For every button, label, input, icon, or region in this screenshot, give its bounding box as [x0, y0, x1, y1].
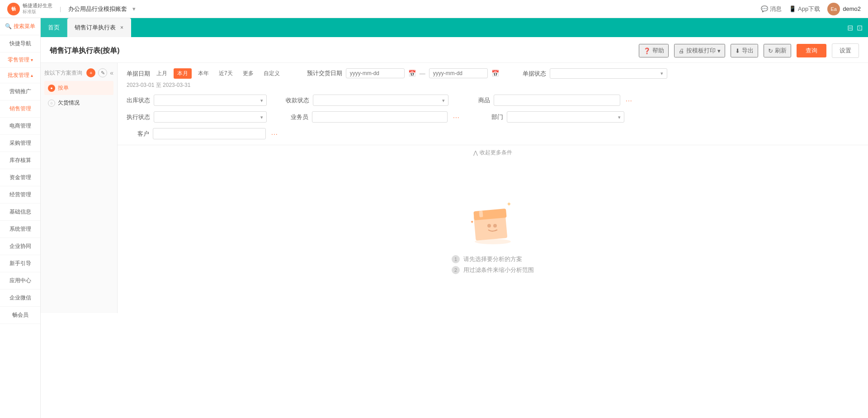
search-icon: 🔍	[5, 23, 12, 29]
message-btn[interactable]: 💬 消息	[761, 5, 782, 13]
empty-state: ✦ ✦	[118, 160, 868, 313]
step2-num: 2	[452, 266, 460, 274]
salesman-input[interactable]	[312, 111, 448, 123]
export-icon: ⬇	[735, 48, 740, 54]
date-dash: —	[420, 70, 425, 77]
sidebar-item-enterprise[interactable]: 企业协同	[0, 238, 40, 255]
print-icon: 🖨	[679, 48, 684, 54]
sidebar-item-vip[interactable]: 畅会员	[0, 307, 40, 324]
execute-select[interactable]	[154, 111, 267, 123]
chevron-up-icon: ▴	[31, 73, 33, 78]
collapse-icon: ⋀	[473, 150, 478, 156]
goods-more-btn[interactable]: ···	[624, 97, 634, 104]
last-month-btn[interactable]: 上月	[153, 68, 171, 79]
cur-year-btn[interactable]: 本年	[194, 68, 212, 79]
step2-text: 用过滤条件来缩小分析范围	[463, 266, 534, 274]
add-scheme-btn[interactable]: +	[86, 68, 95, 77]
sidebar-item-purchase[interactable]: 采购管理	[0, 135, 40, 152]
outstock-select[interactable]	[154, 95, 267, 106]
customer-input[interactable]	[153, 128, 266, 139]
tab-maximize-btn[interactable]: ⊡	[857, 24, 863, 32]
tab-sales-order[interactable]: 销售订单执行表 ×	[67, 18, 131, 37]
app-download-btn[interactable]: 📱 App下载	[789, 5, 820, 13]
customer-more-btn[interactable]: ···	[269, 130, 280, 138]
left-panel-title: 按以下方案查询	[44, 69, 82, 77]
message-icon: 💬	[761, 5, 768, 12]
export-btn[interactable]: ⬇ 导出	[731, 44, 758, 57]
logo-area: 畅 畅捷通好生意 标准版	[7, 3, 52, 15]
empty-steps: 1 请先选择要分析的方案 2 用过滤条件来缩小分析范围	[452, 255, 534, 277]
sidebar-item-system[interactable]: 系统管理	[0, 221, 40, 238]
last7days-btn[interactable]: 近7天	[215, 68, 236, 79]
refresh-icon: ↻	[768, 48, 773, 54]
svg-point-6	[487, 224, 491, 228]
sidebar-search[interactable]: 🔍 搜索菜单	[0, 18, 40, 35]
chevron-down-icon: ▾	[31, 57, 33, 62]
collapse-panel-btn[interactable]: «	[110, 69, 113, 76]
execute-select-wrapper	[154, 111, 267, 123]
sidebar-item-newbie[interactable]: 新手引导	[0, 255, 40, 272]
sidebar-item-operations[interactable]: 经营管理	[0, 186, 40, 204]
logo-text: 畅捷通好生意	[23, 3, 52, 9]
sidebar-item-sales[interactable]: 销售管理	[0, 100, 40, 118]
tab-close-btn[interactable]: ×	[120, 24, 123, 31]
custom-date-btn[interactable]: 自定义	[260, 68, 283, 79]
expected-date-label: 预计交货日期	[307, 69, 342, 77]
outstock-label: 出库状态	[127, 96, 150, 104]
dept-label: 部门	[481, 113, 503, 121]
sidebar-item-retail[interactable]: 零售管理 ▾	[0, 52, 40, 68]
sidebar-item-ecommerce[interactable]: 电商管理	[0, 118, 40, 135]
svg-text:✦: ✦	[506, 200, 512, 208]
customer-label: 客户	[127, 130, 149, 138]
status-chevron-icon: ▾	[660, 71, 663, 76]
print-btn[interactable]: 🖨 按模板打印 ▾	[674, 44, 725, 57]
edit-scheme-btn[interactable]: ✎	[98, 68, 107, 77]
status-select[interactable]: ▾	[550, 68, 667, 79]
avatar: Ea	[827, 3, 840, 15]
more-date-btn[interactable]: 更多	[239, 68, 257, 79]
expected-date-from[interactable]	[346, 68, 405, 78]
receive-select[interactable]	[313, 95, 448, 106]
expected-date-to[interactable]	[429, 68, 488, 78]
user-menu[interactable]: Ea demo2	[827, 3, 861, 15]
sidebar-item-marketing[interactable]: 营销推广	[0, 83, 40, 100]
dept-select[interactable]	[507, 111, 624, 123]
salesman-more-btn[interactable]: ···	[451, 114, 462, 121]
app-title-arrow: ▾	[132, 5, 136, 12]
scheme-dot-shortage: ○	[48, 100, 55, 107]
receive-label: 收款状态	[286, 96, 309, 104]
scheme-item-shortage[interactable]: ○ 欠货情况	[44, 96, 113, 110]
tab-minimize-btn[interactable]: ⊟	[847, 24, 853, 32]
outstock-select-wrapper	[154, 95, 267, 106]
refresh-btn[interactable]: ↻ 刷新	[764, 44, 791, 57]
settings-btn[interactable]: 设置	[832, 43, 859, 58]
help-btn[interactable]: ❓ 帮助	[639, 44, 669, 57]
svg-text:✦: ✦	[470, 219, 474, 224]
scheme-label-shortage: 欠货情况	[58, 99, 80, 107]
sidebar-item-inventory[interactable]: 库存核算	[0, 152, 40, 169]
sidebar-item-finance[interactable]: 资金管理	[0, 169, 40, 186]
dept-select-wrapper	[507, 111, 624, 123]
goods-input[interactable]	[494, 95, 620, 106]
query-btn[interactable]: 查询	[797, 44, 826, 57]
logo-icon: 畅	[7, 3, 20, 15]
empty-illustration: ✦ ✦	[466, 196, 520, 246]
scheme-dot-order: ●	[48, 85, 55, 92]
scheme-item-order[interactable]: ● 按单	[44, 81, 113, 95]
svg-point-7	[493, 224, 497, 228]
collapse-btn[interactable]: ⋀ 收起更多条件	[118, 145, 868, 160]
sidebar-quick-nav[interactable]: 快捷导航	[0, 35, 40, 52]
date-label: 单据日期	[127, 70, 150, 78]
sidebar-item-basic[interactable]: 基础信息	[0, 204, 40, 221]
receive-select-wrapper	[313, 95, 448, 106]
execute-label: 执行状态	[127, 113, 150, 121]
cal-from-icon[interactable]: 📅	[408, 70, 416, 77]
cal-to-icon[interactable]: 📅	[491, 70, 499, 77]
cur-month-btn[interactable]: 本月	[174, 68, 192, 79]
sidebar-item-appstore[interactable]: 应用中心	[0, 272, 40, 290]
sidebar-item-wechat[interactable]: 企业微信	[0, 290, 40, 307]
step1-num: 1	[452, 255, 460, 263]
logo-tag: 标准版	[23, 9, 52, 15]
tab-home[interactable]: 首页	[41, 18, 67, 37]
sidebar-item-wholesale[interactable]: 批发管理 ▴	[0, 68, 40, 83]
